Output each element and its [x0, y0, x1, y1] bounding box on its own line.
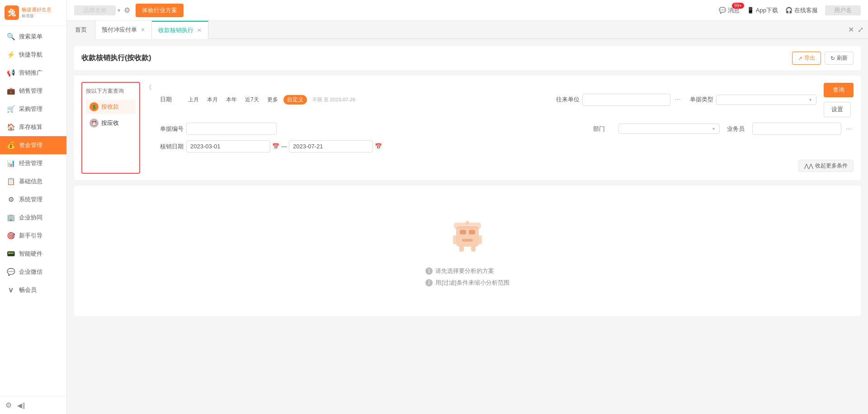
- svg-rect-0: [456, 226, 479, 247]
- tab-prepay-close-icon[interactable]: ✕: [141, 27, 145, 33]
- sidebar: 兔 畅捷通好生意 标准版 🔍 搜索菜单 ⚡ 快捷导航 📢 营销推广 💼 销售管理…: [0, 0, 67, 414]
- member-icon: V: [6, 286, 15, 295]
- filter-docno-field: 单据编号: [160, 123, 586, 135]
- sidebar-label-quicknav: 快捷导航: [19, 51, 42, 59]
- setting-button[interactable]: 设置: [824, 102, 851, 117]
- calendar-start-icon[interactable]: 📅: [272, 143, 279, 150]
- refresh-button[interactable]: ↻ 刷新: [825, 52, 854, 65]
- filter-option-by-receivable[interactable]: ⏰ 按应收: [86, 116, 136, 130]
- staff-more-icon[interactable]: ···: [844, 125, 854, 133]
- industry-solution-button[interactable]: 体验行业方案: [136, 4, 184, 17]
- filter-row-3: 核销日期 📅 — 📅: [160, 140, 854, 152]
- message-button[interactable]: 💬 消息 99+: [719, 6, 740, 14]
- sidebar-item-search[interactable]: 🔍 搜索菜单: [0, 28, 66, 46]
- sidebar-label-business: 经营管理: [19, 159, 42, 167]
- user-profile[interactable]: 用户名: [825, 5, 861, 15]
- guide-icon: 🎯: [6, 231, 15, 240]
- tab-prepay-label: 预付冲应付单: [102, 26, 137, 34]
- sidebar-item-sales[interactable]: 💼 销售管理: [0, 82, 66, 100]
- date-label: 日期: [160, 95, 183, 104]
- filter-panel: 按以下方案查询 💲 按收款 ⏰ 按应收 《 日期: [74, 76, 861, 180]
- date-btn-more[interactable]: 更多: [264, 95, 281, 105]
- dept-select[interactable]: ▾: [618, 124, 720, 134]
- date-range-sep: —: [281, 143, 287, 150]
- sidebar-item-basicinfo[interactable]: 📋 基础信息: [0, 172, 66, 190]
- sidebar-label-system: 系统管理: [19, 195, 42, 204]
- app-label: App下载: [756, 6, 778, 14]
- hardware-icon: 📟: [6, 249, 15, 258]
- search-menu-icon: 🔍: [6, 32, 15, 41]
- tab-verify[interactable]: 收款核销执行 ✕: [152, 21, 208, 39]
- service-label: 在线客服: [794, 6, 818, 14]
- page-title: 收款核销执行(按收款): [81, 53, 151, 63]
- filter-row-1: 日期 上月 本月 本年 近7天 更多 自定义 不限 至 2023-07-26 往…: [160, 82, 854, 117]
- sidebar-footer: ⚙ ◀‖: [0, 396, 66, 414]
- collapse-sidebar-icon[interactable]: ◀‖: [17, 402, 25, 409]
- refresh-label: 刷新: [837, 54, 848, 62]
- sidebar-item-member[interactable]: V 畅会员: [0, 281, 66, 299]
- date-btn-7days[interactable]: 近7天: [242, 95, 262, 105]
- online-service-button[interactable]: 🎧 在线客服: [785, 6, 818, 14]
- tabbar: 首页 预付冲应付单 ✕ 收款核销执行 ✕ ✕ ⤢: [67, 21, 868, 39]
- tab-verify-label: 收款核销执行: [158, 26, 193, 34]
- sidebar-item-purchase[interactable]: 🛒 采购管理: [0, 100, 66, 118]
- tab-prepay[interactable]: 预付冲应付单 ✕: [95, 21, 152, 39]
- settings-icon[interactable]: ⚙: [5, 401, 12, 409]
- collapse-more-button[interactable]: ⋀⋀ 收起更多条件: [798, 160, 854, 172]
- sidebar-item-system[interactable]: ⚙ 系统管理: [0, 190, 66, 209]
- topbar-gear-icon[interactable]: ⚙: [124, 6, 130, 14]
- sidebar-item-finance[interactable]: 💰 资金管理: [0, 136, 66, 154]
- tab-close-all-icon[interactable]: ✕: [848, 25, 854, 34]
- counterpart-label: 往来单位: [556, 95, 580, 104]
- topbar: 品牌名称 ▾ ⚙ 体验行业方案 💬 消息 99+ 📱 App下载 🎧 在线客服 …: [67, 0, 868, 21]
- basicinfo-icon: 📋: [6, 177, 15, 186]
- filter-option-by-receipt[interactable]: 💲 按收款: [86, 100, 136, 114]
- content-area: 收款核销执行(按收款) ↗ 导出 ↻ 刷新 按以下方案查询 💲 按收款: [67, 39, 868, 414]
- docno-input[interactable]: [186, 123, 277, 135]
- page-header: 收款核销执行(按收款) ↗ 导出 ↻ 刷新: [74, 46, 861, 70]
- app-download-button[interactable]: 📱 App下载: [747, 6, 778, 14]
- quicknav-icon: ⚡: [6, 50, 15, 59]
- svg-rect-6: [459, 246, 464, 252]
- empty-illustration: [445, 213, 490, 258]
- date-btn-custom[interactable]: 自定义: [283, 95, 307, 105]
- sidebar-label-purchase: 采购管理: [19, 105, 42, 113]
- query-button[interactable]: 查询: [824, 83, 854, 97]
- tip-text-1: 请先选择要分析的方案: [435, 265, 494, 277]
- verify-date-start-input[interactable]: [186, 140, 270, 152]
- filter-date-field: 日期 上月 本月 本年 近7天 更多 自定义 不限 至 2023-07-26: [160, 95, 549, 105]
- brand-name: 品牌名称: [74, 5, 116, 15]
- tab-verify-close-icon[interactable]: ✕: [197, 27, 202, 33]
- staff-input[interactable]: [752, 123, 841, 135]
- sidebar-item-inventory[interactable]: 🏠 库存核算: [0, 118, 66, 136]
- sidebar-item-wechat[interactable]: 💬 企业微信: [0, 263, 66, 281]
- export-button[interactable]: ↗ 导出: [792, 52, 821, 65]
- tab-fullscreen-icon[interactable]: ⤢: [858, 25, 863, 34]
- inventory-icon: 🏠: [6, 123, 15, 132]
- sidebar-item-business[interactable]: 📊 经营管理: [0, 154, 66, 172]
- date-btn-thisyear[interactable]: 本年: [223, 95, 240, 105]
- doctype-select[interactable]: ▾: [716, 95, 816, 105]
- calendar-end-icon[interactable]: 📅: [375, 143, 382, 150]
- brand-chevron-icon[interactable]: ▾: [118, 7, 120, 14]
- staff-label: 业务员: [727, 125, 750, 133]
- collapse-chevron-icon: ⋀⋀: [804, 163, 813, 169]
- date-quick-buttons: 上月 本月 本年 近7天 更多 自定义: [185, 95, 307, 105]
- sidebar-item-enterprise[interactable]: 🏢 企业协同: [0, 209, 66, 227]
- sidebar-item-marketing[interactable]: 📢 营销推广: [0, 64, 66, 82]
- svg-rect-3: [462, 239, 473, 242]
- collapse-more-label: 收起更多条件: [815, 162, 848, 170]
- business-icon: 📊: [6, 159, 15, 168]
- filter-option-receipt-label: 按收款: [101, 103, 119, 111]
- filter-collapse-arrow[interactable]: 《: [146, 82, 155, 174]
- tab-home[interactable]: 首页: [67, 21, 95, 39]
- sidebar-item-hardware[interactable]: 📟 智能硬件: [0, 245, 66, 263]
- sidebar-item-quicknav[interactable]: ⚡ 快捷导航: [0, 46, 66, 64]
- filter-dept-field: 部门 ▾: [593, 124, 720, 134]
- sidebar-item-guide[interactable]: 🎯 新手引导: [0, 227, 66, 245]
- counterpart-more-icon[interactable]: ···: [673, 95, 683, 104]
- counterpart-input[interactable]: [582, 94, 670, 106]
- date-btn-lastmonth[interactable]: 上月: [185, 95, 202, 105]
- verify-date-end-input[interactable]: [289, 140, 373, 152]
- date-btn-thismonth[interactable]: 本月: [204, 95, 221, 105]
